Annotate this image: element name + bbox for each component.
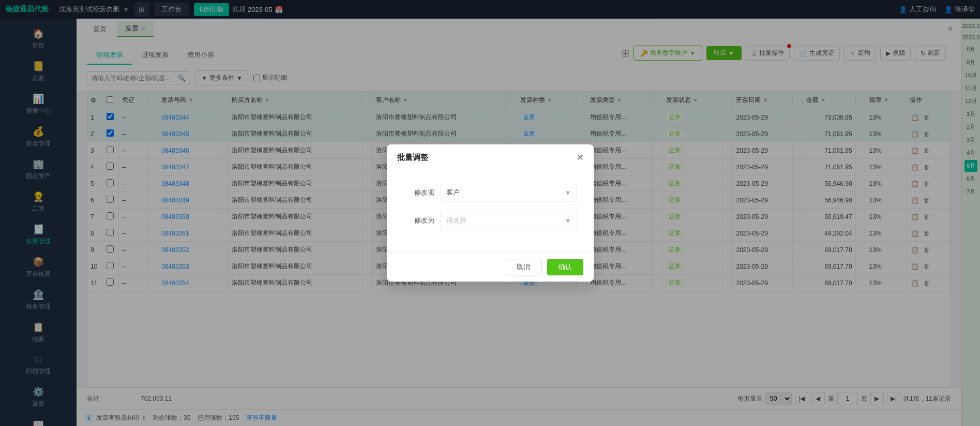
modal-body: 修改项 客户 ▼ 修改为 请选择 ▼ [387, 171, 594, 252]
batch-adjust-modal: 批量调整 ✕ 修改项 客户 ▼ 修改为 请选择 ▼ 取消 确认 [387, 144, 594, 282]
modal-title: 批量调整 [397, 153, 428, 163]
modify-field-select[interactable]: 客户 ▼ [441, 184, 577, 201]
modal-confirm-btn[interactable]: 确认 [547, 259, 583, 275]
modal-row-to: 修改为 请选择 ▼ [403, 212, 577, 229]
modal-header: 批量调整 ✕ [387, 144, 594, 171]
modal-cancel-btn[interactable]: 取消 [505, 259, 542, 275]
modify-field-value: 客户 [446, 188, 460, 197]
modify-to-label: 修改为 [403, 216, 434, 225]
modal-close-btn[interactable]: ✕ [577, 153, 583, 163]
to-dropdown-icon: ▼ [565, 217, 571, 225]
modal-overlay[interactable]: 批量调整 ✕ 修改项 客户 ▼ 修改为 请选择 ▼ 取消 确认 [0, 0, 980, 426]
modal-footer: 取消 确认 [387, 252, 594, 282]
field-dropdown-icon: ▼ [565, 189, 571, 197]
modify-field-label: 修改项 [403, 188, 434, 197]
modify-to-select[interactable]: 请选择 ▼ [441, 212, 577, 229]
modify-to-placeholder: 请选择 [446, 216, 466, 225]
modal-row-field: 修改项 客户 ▼ [403, 184, 577, 201]
